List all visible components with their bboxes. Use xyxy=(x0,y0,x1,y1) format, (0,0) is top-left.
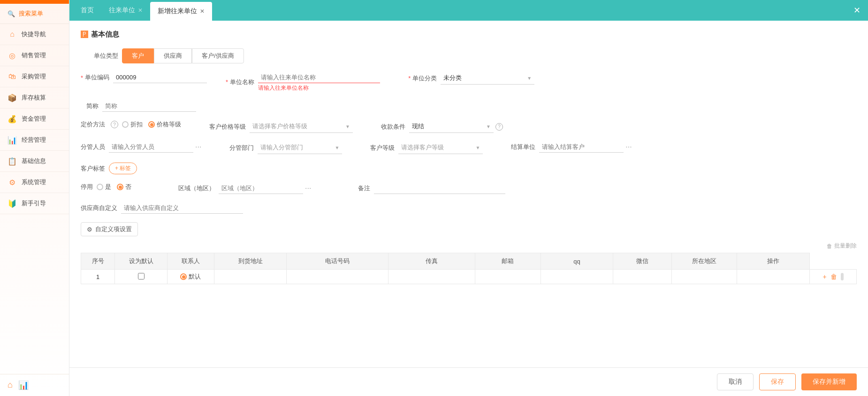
region-label: 区域（地区） xyxy=(178,184,215,193)
chevron-down-icon2: ▼ xyxy=(345,124,350,129)
payment-terms-select[interactable]: 现结 ▼ xyxy=(409,120,494,133)
batch-delete-button[interactable]: 🗑 批量删除 xyxy=(827,242,857,250)
contact-input[interactable] xyxy=(232,273,269,280)
unit-name-input[interactable] xyxy=(258,72,380,83)
remark-input[interactable] xyxy=(374,183,505,194)
region-input[interactable] xyxy=(219,183,303,194)
phone-input[interactable] xyxy=(408,273,455,280)
disable-region-row: 停用 是 否 区域（地区） ··· 备注 xyxy=(81,183,857,194)
basic-icon: 📋 xyxy=(8,156,17,166)
unit-category-label: 单位分类 xyxy=(412,74,437,83)
payment-terms-label: 收款条件 xyxy=(381,123,405,131)
unit-type-btn-supplier[interactable]: 供应商 xyxy=(154,48,192,63)
tags-label: 客户标签 xyxy=(81,164,105,173)
department-placeholder: 请输入分管部门 xyxy=(260,143,335,152)
sidebar-item-label-purchase: 采购管理 xyxy=(22,72,46,81)
row-phone xyxy=(388,270,475,284)
tab-label-home: 首页 xyxy=(81,6,94,15)
disable-radio-group: 是 否 xyxy=(97,183,131,191)
pricing-help-icon[interactable]: ? xyxy=(111,121,118,128)
custom-settings-button[interactable]: ⚙ 自定义项设置 xyxy=(81,222,138,236)
add-tag-label: + 标签 xyxy=(115,164,131,172)
row-default-radio[interactable]: 默认 xyxy=(172,272,209,281)
sidebar-item-system[interactable]: ⚙ 系统管理 xyxy=(0,172,69,193)
search-menu-button[interactable]: 🔍 搜索菜单 xyxy=(0,4,69,24)
customer-level-label: 客户等级 xyxy=(370,144,395,152)
sidebar-item-basic[interactable]: 📋 基础信息 xyxy=(0,151,69,172)
unit-type-button-group: 客户供应商客户/供应商 xyxy=(122,48,244,63)
unit-code-input[interactable] xyxy=(113,72,207,83)
sidebar-item-guide[interactable]: 🔰 新手引导 xyxy=(0,193,69,214)
row-add-button[interactable]: + xyxy=(822,273,826,280)
row-fax xyxy=(475,270,541,284)
row-checkbox[interactable] xyxy=(138,273,145,280)
operations-icon: 📊 xyxy=(8,135,17,145)
unit-category-group: * 单位分类 未分类 ▼ xyxy=(408,72,534,85)
gear-icon: ⚙ xyxy=(87,226,92,233)
address-input[interactable] xyxy=(309,273,365,280)
sidebar-item-purchase[interactable]: 🛍 采购管理 xyxy=(0,66,69,87)
chevron-down-icon3: ▼ xyxy=(486,124,491,129)
payment-help-icon[interactable]: ? xyxy=(495,123,503,131)
sidebar-item-quick-nav[interactable]: ⌂ 快捷导航 xyxy=(0,24,69,45)
disable-label-yes: 是 xyxy=(105,183,111,191)
tab-home[interactable]: 首页 xyxy=(73,0,101,21)
table-column-header: 序号 xyxy=(81,253,115,270)
sidebar-item-sales[interactable]: ◎ 销售管理 xyxy=(0,45,69,66)
tab-close-partners[interactable]: ✕ xyxy=(138,7,143,14)
code-name-row: * 单位编码 * 单位名称 请输入往来单位名称 * 单位分类 未分类 ▼ xyxy=(81,72,857,92)
window-close-button[interactable]: ✕ xyxy=(850,5,864,16)
sidebar-item-operations[interactable]: 📊 经营管理 xyxy=(0,130,69,151)
save-button[interactable]: 保存 xyxy=(759,373,796,390)
email-input[interactable] xyxy=(558,273,596,280)
tab-close-new-partner[interactable]: ✕ xyxy=(200,8,205,15)
sidebar-item-finance[interactable]: 💰 资金管理 xyxy=(0,109,69,130)
unit-type-btn-both[interactable]: 客户/供应商 xyxy=(192,48,244,63)
tags-row: 客户标签 + 标签 xyxy=(81,163,857,174)
unit-name-error: 请输入往来单位名称 xyxy=(258,84,380,92)
tab-new-partner[interactable]: 新增往来单位✕ xyxy=(150,2,212,21)
pricing-method-label: 定价方法 xyxy=(81,120,105,129)
manager-more-icon[interactable]: ··· xyxy=(195,143,201,151)
fax-input[interactable] xyxy=(491,273,524,280)
department-select[interactable]: 请输入分管部门 ▼ xyxy=(258,141,342,154)
manager-input[interactable] xyxy=(109,141,193,153)
region-group: 区域（地区） ··· xyxy=(178,183,311,194)
sidebar-bottom-icon1[interactable]: ⌂ xyxy=(8,380,13,390)
pricing-radio-discount[interactable]: 折扣 xyxy=(122,120,143,129)
region-more-icon[interactable]: ··· xyxy=(305,184,311,193)
settlement-more-icon[interactable]: ··· xyxy=(625,143,632,151)
sidebar-item-label-guide: 新手引导 xyxy=(22,199,46,208)
row-drag-handle[interactable] xyxy=(841,273,844,280)
short-name-input[interactable] xyxy=(102,101,196,112)
add-tag-button[interactable]: + 标签 xyxy=(109,163,137,174)
required-indicator: * xyxy=(81,74,83,81)
disable-radio-no[interactable]: 否 xyxy=(117,183,131,191)
unit-category-select[interactable]: 未分类 ▼ xyxy=(441,72,534,85)
supplier-custom-input[interactable] xyxy=(121,202,243,214)
customer-price-level-select[interactable]: 请选择客户价格等级 ▼ xyxy=(250,120,353,133)
unit-code-group: * 单位编码 xyxy=(81,72,207,83)
tab-label-new-partner: 新增往来单位 xyxy=(158,7,197,16)
wechat-input[interactable] xyxy=(688,273,721,280)
pricing-radio-price_level[interactable]: 价格等级 xyxy=(148,120,181,129)
contact-table: 序号设为默认联系人到货地址电话号码传真邮箱qq微信所在地区操作 1 默认 + 🗑 xyxy=(81,253,857,284)
row-wechat xyxy=(671,270,737,284)
row-delete-button[interactable]: 🗑 xyxy=(830,273,837,280)
qq-input[interactable] xyxy=(628,273,656,280)
customer-level-select[interactable]: 请选择客户等级 ▼ xyxy=(398,141,483,154)
tab-partners[interactable]: 往来单位✕ xyxy=(101,0,150,21)
disable-radio-yes[interactable]: 是 xyxy=(97,183,111,191)
settlement-unit-input[interactable] xyxy=(539,141,624,153)
region-input-row[interactable] xyxy=(754,273,792,280)
table-column-header: 到货地址 xyxy=(214,253,287,270)
unit-type-btn-customer[interactable]: 客户 xyxy=(122,48,154,63)
sidebar-item-inventory[interactable]: 📦 库存核算 xyxy=(0,87,69,109)
cancel-button[interactable]: 取消 xyxy=(717,373,754,390)
table-column-header: qq xyxy=(541,253,613,270)
unit-name-input-group: 请输入往来单位名称 xyxy=(258,72,380,92)
row-id: 1 xyxy=(81,270,115,284)
department-group: 分管部门 请输入分管部门 ▼ xyxy=(229,141,342,154)
sidebar-bottom-icon2[interactable]: 📊 xyxy=(18,380,29,390)
save-and-new-button[interactable]: 保存并新增 xyxy=(801,373,857,390)
